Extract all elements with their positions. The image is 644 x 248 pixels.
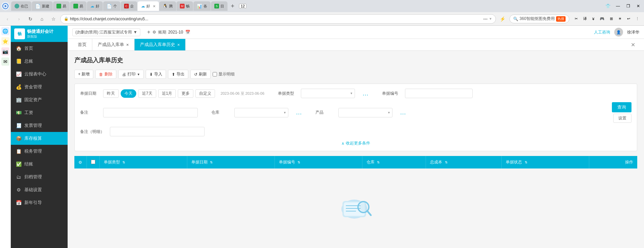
scissors-icon[interactable]: ✂ [573, 16, 580, 22]
sidebar-item-tax[interactable]: 📋 税务管理 [11, 145, 68, 158]
browser-tab-7[interactable]: C 企 [121, 1, 137, 11]
browser-tab-12[interactable]: S 目 [211, 1, 228, 11]
settings-period-button[interactable]: ⚙ [152, 30, 156, 35]
calendar-icon[interactable]: 📅 [185, 30, 190, 35]
ql-browser-icon[interactable]: 🌐 [1, 27, 9, 35]
delete-button[interactable]: 🗑 删除 [95, 70, 116, 79]
sidebar-item-new-period[interactable]: 📅 新年引导 [11, 196, 68, 209]
show-detail-checkbox-label[interactable]: 显示明细 [213, 71, 235, 77]
add-period-button[interactable]: + [147, 29, 150, 35]
sidebar-item-inventory[interactable]: 📦 库存核算 [11, 132, 68, 145]
number-input[interactable] [405, 89, 473, 98]
address-text[interactable]: https://cloud.chanjet.com/accounting/uru… [70, 17, 482, 21]
date-7days-btn[interactable]: 近7天 [138, 89, 156, 98]
sidebar-item-fixed-assets[interactable]: 🏢 固定资产 [11, 93, 68, 106]
browser-tab-11[interactable]: 📊 各 [193, 1, 211, 11]
show-detail-checkbox[interactable] [213, 72, 217, 76]
page-tab-home[interactable]: 首页 [72, 39, 92, 50]
th-checkbox[interactable] [87, 156, 99, 168]
sidebar-item-invoice[interactable]: 🧾 发票管理 [11, 119, 68, 132]
browser-tab-1[interactable]: 在已 [11, 1, 31, 11]
query-button[interactable]: 查询 [612, 102, 631, 112]
product-more-icon[interactable]: … [400, 109, 406, 116]
date-today-btn[interactable]: 今天 [121, 89, 136, 98]
grid-icon[interactable]: ⊞ [608, 16, 615, 22]
browser-tab-9[interactable]: 🐧 腾 [159, 1, 176, 11]
browser-tab-10[interactable]: M 畅 [176, 1, 193, 11]
bookmark-button[interactable]: ☆ [49, 14, 58, 24]
tabs-panel-close[interactable]: ✕ [627, 42, 639, 48]
date-custom-btn[interactable]: 自定义 [195, 89, 215, 98]
shirt-icon[interactable]: 👕 [603, 3, 612, 9]
brightness-icon[interactable]: ☀ [616, 16, 624, 22]
product-select[interactable] [338, 108, 392, 117]
empty-state-icon [336, 189, 376, 229]
page-tab-list[interactable]: 产成品入库单 ✕ [92, 39, 135, 50]
type-select[interactable] [301, 89, 355, 98]
sidebar-item-general-ledger[interactable]: 📒 总账 [11, 55, 68, 68]
restore-button[interactable]: ❐ [624, 3, 633, 9]
currency-icon[interactable]: ¥ [590, 16, 596, 22]
collapse-filter-button[interactable]: ∧ 收起更多条件 [80, 140, 631, 146]
browser-tab-8[interactable]: ☁ 好 ✕ [138, 1, 159, 11]
sidebar-item-reports[interactable]: 📈 云报表中心 [11, 68, 68, 81]
back-button[interactable]: ‹ [3, 14, 12, 24]
service-link[interactable]: 人工咨询 [594, 29, 610, 35]
import-button[interactable]: ⬇ 导入 [146, 70, 166, 79]
th-date[interactable]: 单据日期 ⇅ [187, 156, 275, 168]
browser-tab-5[interactable]: ☁ 好 [87, 1, 103, 11]
ql-star-icon[interactable]: ⭐ [1, 37, 9, 45]
undo-icon[interactable]: ↩ [625, 16, 632, 22]
filter-settings-button[interactable]: 设置 [613, 114, 631, 123]
new-button[interactable]: + 新增 [74, 70, 93, 79]
date-1month-btn[interactable]: 近1月 [158, 89, 176, 98]
ql-mail-icon[interactable]: ✉ [1, 58, 9, 66]
browser-tab-6[interactable]: 📄 个 [103, 1, 120, 11]
th-type[interactable]: 单据类型 ⇅ [99, 156, 187, 168]
th-number[interactable]: 单据编号 ⇅ [275, 156, 362, 168]
th-settings[interactable]: ⚙ [74, 156, 87, 168]
gamepad-icon[interactable]: 🎮 [598, 16, 606, 22]
browser-tab-4[interactable]: 易 [70, 1, 87, 11]
extensions-button[interactable]: ⚡ [498, 14, 507, 24]
th-warehouse[interactable]: 仓库 ⇅ [362, 156, 426, 168]
sidebar-item-capital[interactable]: 💰 资金管理 [11, 81, 68, 93]
refresh-button[interactable]: ↺ 刷新 [190, 70, 211, 79]
export-button[interactable]: ⬆ 导出 [168, 70, 188, 79]
translate-icon[interactable]: 译 [581, 16, 589, 22]
search-box[interactable]: 🔍 360智能抠图免费用 热搜 [509, 15, 569, 23]
detail-remark-input[interactable] [110, 127, 205, 136]
close-button[interactable]: ✕ [634, 3, 643, 9]
ql-camera-icon[interactable]: 📷 [1, 47, 9, 55]
date-more-btn[interactable]: 更多 [178, 89, 193, 98]
type-more-icon[interactable]: … [362, 90, 368, 97]
page-tab-history-close[interactable]: ✕ [177, 43, 180, 47]
top-bar: (勿删勿禁用) 江西服宝测试专用 ▼ + ⚙ 账期 2021-10 📅 人工咨询… [68, 26, 644, 39]
sidebar-header[interactable]: 畅 畅捷通好会计 旗舰版 [11, 26, 68, 42]
browser-tab-2[interactable]: 📄 新建 [32, 1, 53, 11]
warehouse-select[interactable] [234, 108, 288, 117]
more-icon[interactable]: ⋮ [634, 16, 641, 22]
warehouse-more-icon[interactable]: … [296, 109, 302, 116]
sidebar-item-checkout[interactable]: ✅ 结账 [11, 158, 68, 171]
remark-input[interactable] [103, 108, 198, 117]
select-all-checkbox[interactable] [91, 160, 95, 164]
th-total-cost[interactable]: 总成本 ⇅ [426, 156, 502, 168]
forward-button[interactable]: › [14, 14, 24, 24]
page-tab-list-close[interactable]: ✕ [126, 43, 129, 47]
company-selector[interactable]: (勿删勿禁用) 江西服宝测试专用 ▼ [72, 28, 140, 36]
refresh-nav-button[interactable]: ↻ [26, 14, 35, 24]
tab-close-8[interactable]: ✕ [153, 4, 156, 8]
print-button[interactable]: 🖨 打印 ▼ [118, 70, 144, 79]
minimize-button[interactable]: — [614, 3, 622, 9]
sidebar-item-archive[interactable]: 🗂 归档管理 [11, 171, 68, 183]
th-status[interactable]: 单据状态 ⇅ [502, 156, 589, 168]
new-tab-button[interactable]: + [228, 1, 237, 11]
date-yesterday-btn[interactable]: 昨天 [103, 89, 119, 98]
browser-tab-3[interactable]: 易 [53, 1, 70, 11]
home-nav-button[interactable]: ⌂ [37, 14, 47, 24]
sidebar-item-payroll[interactable]: 💵 工资 [11, 106, 68, 119]
sidebar-item-settings[interactable]: ⚙ 基础设置 [11, 183, 68, 196]
page-tab-history[interactable]: 产成品入库单历史 ✕ [135, 39, 186, 50]
sidebar-item-home[interactable]: 🏠 首页 [11, 42, 68, 55]
